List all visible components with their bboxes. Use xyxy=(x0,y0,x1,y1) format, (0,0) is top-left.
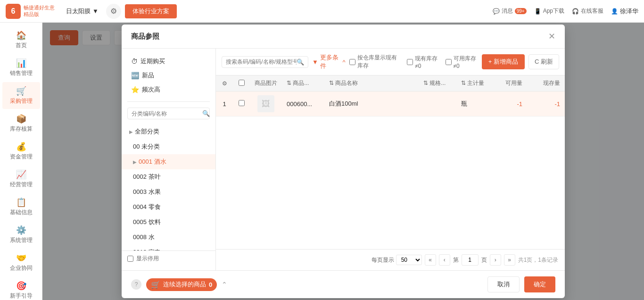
category-fruit[interactable]: 0003 水果 xyxy=(122,184,215,200)
product-reference-dialog: 商品参照 ✕ ⏱ 近期购买 🆕 新 xyxy=(122,25,565,298)
app-download-nav-item[interactable]: 📱 App下载 xyxy=(534,7,564,15)
show-disabled-label: 显示停用 xyxy=(136,255,159,263)
store-selector[interactable]: 日太阳膜 ▼ xyxy=(62,5,102,17)
operations-icon: 📈 xyxy=(16,169,26,180)
category-beverage[interactable]: 0005 饮料 xyxy=(122,215,215,230)
col-settings: ⚙ xyxy=(216,75,233,92)
dialog-close-button[interactable]: ✕ xyxy=(548,31,555,42)
sidebar-item-finance[interactable]: 💰 资金管理 xyxy=(2,138,40,165)
search-input-wrap: 🔍 xyxy=(222,56,308,68)
basic-info-icon: 📋 xyxy=(16,197,26,208)
available-checkbox[interactable] xyxy=(407,59,413,65)
page-size-select[interactable]: 50 100 200 xyxy=(396,255,422,265)
select-all-checkbox[interactable] xyxy=(239,80,245,86)
usable-label: 可用库存≠0 xyxy=(454,55,478,69)
usable-checkbox[interactable] xyxy=(446,59,452,65)
sidebar-item-sales[interactable]: 📊 销售管理 xyxy=(2,54,40,81)
show-disabled-checkbox[interactable] xyxy=(127,256,133,262)
quick-high-frequency[interactable]: ⭐ 频次高 xyxy=(127,83,210,97)
dialog-header: 商品参照 ✕ xyxy=(122,25,565,49)
col-name-header[interactable]: ⇅ 商品名称 xyxy=(324,75,419,92)
page-size-wrap: 每页显示 50 100 200 xyxy=(372,255,422,265)
messages-nav-item[interactable]: 💬 消息 99+ xyxy=(493,7,527,15)
category-search-icon: 🔍 xyxy=(202,110,210,117)
sidebar-label-enterprise: 企业协同 xyxy=(10,264,33,272)
search-bar: 🔍 ▼ 更多条件 ^ 按仓库显示现有库存 xyxy=(216,49,565,75)
phone-icon: 📱 xyxy=(534,8,541,15)
row-code-cell: 000600... xyxy=(282,92,324,117)
category-unclassified-label: 00 未分类 xyxy=(133,142,160,151)
category-water[interactable]: 0008 水 xyxy=(122,230,215,245)
category-tea[interactable]: 0002 茶叶 xyxy=(122,169,215,184)
sidebar-label-purchase: 采购管理 xyxy=(10,97,33,105)
row-index: 1 xyxy=(216,92,233,117)
prev-page-button[interactable]: ‹ xyxy=(439,254,450,266)
page-unit: 页 xyxy=(481,256,487,264)
category-unclassified[interactable]: 00 未分类 xyxy=(122,139,215,154)
col-code-header[interactable]: ⇅ 商品... xyxy=(282,75,324,92)
trial-button[interactable]: 体验行业方案 xyxy=(125,4,177,18)
warehouse-filter[interactable]: 按仓库显示现有库存 xyxy=(349,54,402,70)
category-search-wrap: 🔍 xyxy=(127,108,210,119)
sidebar-item-enterprise[interactable]: 🤝 企业协同 xyxy=(2,249,40,276)
page-input[interactable] xyxy=(462,254,479,266)
first-page-button[interactable]: « xyxy=(425,254,436,266)
warehouse-checkbox[interactable] xyxy=(349,59,355,65)
settings-icon[interactable]: ⚙ xyxy=(222,80,227,87)
category-liquor[interactable]: ▶ 0001 酒水 xyxy=(122,154,215,169)
category-all[interactable]: ▶ 全部分类 xyxy=(122,124,215,139)
product-image: 🖼 xyxy=(257,95,274,112)
quick-access: ⏱ 近期购买 🆕 新品 ⭐ 频次高 xyxy=(122,52,215,99)
product-search-input[interactable] xyxy=(226,58,297,65)
available-filter[interactable]: 现有库存≠0 xyxy=(407,55,439,69)
sort-icon-spec: ⇅ xyxy=(423,80,428,86)
sidebar-item-operations[interactable]: 📈 经营管理 xyxy=(2,166,40,192)
quick-recent-purchase[interactable]: ⏱ 近期购买 xyxy=(127,54,210,68)
sidebar-item-inventory[interactable]: 📦 库存核算 xyxy=(2,110,40,137)
show-disabled-toggle[interactable]: 显示停用 xyxy=(122,250,215,267)
sidebar-item-home[interactable]: 🏠 首页 xyxy=(2,26,40,53)
filter-label: 更多条件 xyxy=(320,53,341,70)
add-product-button[interactable]: + 新增商品 xyxy=(482,54,525,69)
refresh-button[interactable]: C 刷新 xyxy=(528,54,559,69)
cancel-button[interactable]: 取消 xyxy=(487,276,520,292)
content-area: 查询 设置 刷新 商品参照 ✕ ⏱ xyxy=(42,23,644,300)
sidebar-item-guide[interactable]: 🎯 新手引导 xyxy=(2,277,40,300)
row-checkbox[interactable] xyxy=(239,100,245,106)
username-label: 徐泽华 xyxy=(620,7,638,16)
inventory-icon: 📦 xyxy=(16,114,26,124)
category-search-input[interactable] xyxy=(132,110,202,117)
col-spec-header[interactable]: ⇅ 规格... xyxy=(419,75,456,92)
selected-count-badge: 0 xyxy=(209,281,212,288)
sidebar-item-system[interactable]: ⚙️ 系统管理 xyxy=(2,221,40,248)
usable-filter[interactable]: 可用库存≠0 xyxy=(446,55,478,69)
divider xyxy=(127,101,210,102)
user-nav-item[interactable]: 👤 徐泽华 xyxy=(611,7,638,16)
col-stock-header: 现存量 xyxy=(527,75,565,92)
col-unit-header[interactable]: ⇅ 主计量 xyxy=(456,75,489,92)
settings-button[interactable]: ⚙ xyxy=(106,4,121,19)
sidebar-label-guide: 新手引导 xyxy=(10,292,33,300)
cart-selected-wrap[interactable]: 🛒 连续选择的商品 0 xyxy=(146,278,217,291)
quick-label-new: 新品 xyxy=(142,71,154,80)
cart-icon: 🛒 xyxy=(151,280,160,289)
sidebar-item-basic-info[interactable]: 📋 基础信息 xyxy=(2,193,40,220)
category-snack[interactable]: 0004 零食 xyxy=(122,200,215,215)
available-label: 现有库存≠0 xyxy=(415,55,439,69)
quick-new-products[interactable]: 🆕 新品 xyxy=(127,68,210,83)
footer-collapse-icon[interactable]: ⌃ xyxy=(222,281,227,288)
last-page-button[interactable]: » xyxy=(504,254,515,266)
category-appliance[interactable]: 0010 家电 xyxy=(122,245,215,250)
next-page-button[interactable]: › xyxy=(490,254,501,266)
online-service-nav-item[interactable]: 🎧 在线客服 xyxy=(572,7,603,15)
filter-more-button[interactable]: ▼ 更多条件 ^ xyxy=(312,53,346,70)
help-button[interactable]: ? xyxy=(131,279,141,290)
home-icon: 🏠 xyxy=(16,30,26,41)
confirm-button[interactable]: 确定 xyxy=(524,276,555,292)
row-checkbox-cell xyxy=(233,92,250,117)
logo-icon: 6 xyxy=(6,4,21,19)
dialog-overlay: 商品参照 ✕ ⏱ 近期购买 🆕 新 xyxy=(42,23,644,300)
sidebar-item-purchase[interactable]: 🛒 采购管理 xyxy=(2,82,40,109)
table-row[interactable]: 1 🖼 000600... 白酒100ml xyxy=(216,92,565,117)
finance-icon: 💰 xyxy=(16,142,26,152)
